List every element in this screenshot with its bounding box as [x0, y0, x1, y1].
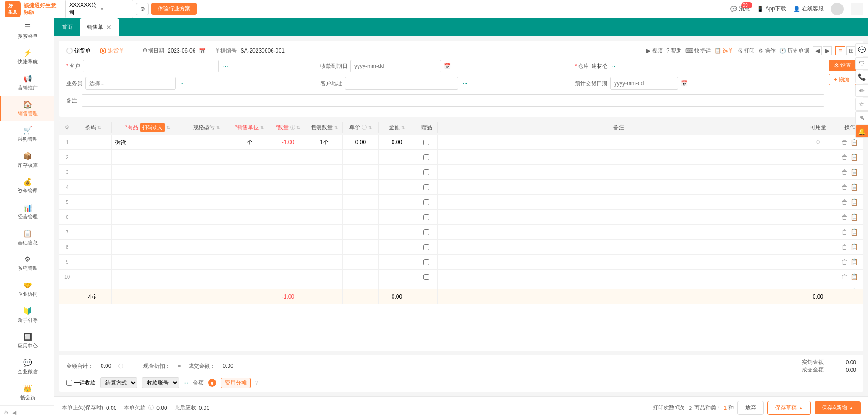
- address-input[interactable]: [345, 77, 458, 90]
- amount-input[interactable]: [381, 244, 413, 250]
- fee-info-icon[interactable]: ?: [255, 380, 258, 385]
- sidebar-item-purchase[interactable]: 🛒 采购管理: [0, 121, 54, 147]
- unit-input[interactable]: [231, 229, 268, 235]
- sidebar-item-wechat[interactable]: 💬 企业微信: [0, 354, 54, 380]
- spec-input[interactable]: [186, 244, 227, 250]
- view-grid-btn[interactable]: ⊞: [846, 46, 856, 55]
- sort-barcode-icon[interactable]: ⇅: [97, 125, 101, 130]
- barcode-input[interactable]: [77, 214, 109, 220]
- delivery-calendar-icon[interactable]: 📅: [681, 80, 688, 87]
- settings-chip[interactable]: ⚙ 设置: [829, 60, 856, 71]
- logistics-chip[interactable]: + 物流: [829, 74, 856, 85]
- gift-checkbox[interactable]: [417, 259, 436, 265]
- th-settings[interactable]: ⚙: [59, 125, 75, 130]
- price-input[interactable]: [344, 199, 377, 205]
- barcode-input[interactable]: [77, 244, 109, 250]
- barcode-input[interactable]: [77, 274, 109, 280]
- sidebar-item-system[interactable]: ⚙ 系统管理: [0, 250, 54, 276]
- gift-checkbox[interactable]: [417, 169, 436, 175]
- copy-row-btn[interactable]: 📋: [850, 288, 858, 289]
- pkgqty-input[interactable]: [308, 199, 340, 205]
- qty-input[interactable]: [272, 289, 304, 289]
- pkgqty-input[interactable]: [308, 244, 340, 250]
- amount-input[interactable]: [381, 169, 413, 175]
- delete-row-btn[interactable]: 🗑: [841, 183, 848, 191]
- pkgqty-input[interactable]: [308, 184, 340, 190]
- rf-notification-btn[interactable]: 🔔: [855, 125, 868, 138]
- gift-checkbox[interactable]: [417, 184, 436, 190]
- sidebar-item-sales[interactable]: 🏠 销售管理: [0, 96, 54, 121]
- address-dots-btn[interactable]: ···: [461, 80, 469, 87]
- barcode-input[interactable]: [77, 289, 109, 289]
- gift-checkbox[interactable]: [417, 289, 436, 289]
- spec-input[interactable]: [186, 199, 227, 205]
- salesperson-dots-btn[interactable]: ···: [179, 80, 187, 87]
- sidebar-item-collab[interactable]: 🤝 企业协同: [0, 276, 54, 302]
- copy-row-btn[interactable]: 📋: [850, 273, 858, 280]
- save-draft-button[interactable]: 保存草稿 ▲: [767, 401, 811, 415]
- qty-input[interactable]: [272, 244, 304, 250]
- sidebar-item-search[interactable]: ☰ 搜索菜单: [0, 18, 54, 44]
- copy-row-btn[interactable]: 📋: [850, 139, 858, 146]
- rf-pencil-btn[interactable]: ✎: [855, 111, 868, 124]
- delete-row-btn[interactable]: 🗑: [841, 288, 848, 289]
- gift-checkbox[interactable]: [417, 154, 436, 160]
- shortcut-btn[interactable]: ⌨ 快捷键: [685, 47, 711, 55]
- product-input[interactable]: [113, 289, 182, 289]
- account-select[interactable]: 收款账号: [142, 377, 179, 388]
- qty-input[interactable]: [272, 154, 304, 160]
- barcode-input[interactable]: [77, 259, 109, 265]
- unit-input[interactable]: [231, 274, 268, 280]
- unit-input[interactable]: [231, 169, 268, 175]
- price-info-icon[interactable]: ⓘ: [362, 124, 367, 131]
- amount-input[interactable]: [381, 259, 413, 265]
- pkgqty-input[interactable]: [308, 289, 340, 289]
- amount-input[interactable]: [381, 139, 413, 145]
- amount-input[interactable]: [381, 274, 413, 280]
- fee-split-button[interactable]: 费用分摊: [221, 378, 251, 388]
- copy-row-btn[interactable]: 📋: [850, 213, 858, 221]
- remark-input[interactable]: [440, 214, 798, 220]
- delete-row-btn[interactable]: 🗑: [841, 139, 848, 146]
- warehouse-dots-btn[interactable]: ···: [611, 63, 619, 69]
- sidebar-item-apps[interactable]: 🔲 应用中心: [0, 328, 54, 354]
- price-input[interactable]: [344, 154, 377, 160]
- sidebar-item-inventory[interactable]: 📦 库存核算: [0, 147, 54, 173]
- sidebar-item-operations[interactable]: 📊 经营管理: [0, 199, 54, 225]
- online-service-button[interactable]: 👤 在线客服: [793, 5, 824, 13]
- pkgqty-input[interactable]: [308, 169, 340, 175]
- price-input[interactable]: [344, 139, 377, 145]
- unit-input[interactable]: [231, 259, 268, 265]
- onepay-checkbox[interactable]: 一键收款: [66, 379, 96, 387]
- payment-due-input[interactable]: [350, 60, 441, 72]
- sidebar-item-quicknav[interactable]: ⚡ 快捷导航: [0, 44, 54, 70]
- chooselist-btn[interactable]: 📋 选单: [714, 47, 733, 55]
- help-btn[interactable]: ? 帮助: [666, 47, 682, 55]
- history-btn[interactable]: 🕐 历史单据: [779, 47, 809, 55]
- delivery-input[interactable]: [610, 77, 678, 90]
- delete-row-btn[interactable]: 🗑: [841, 228, 848, 236]
- amount-input[interactable]: [381, 154, 413, 160]
- remarks-input[interactable]: [82, 94, 824, 107]
- product-input[interactable]: [113, 184, 182, 190]
- copy-row-btn[interactable]: 📋: [850, 154, 858, 161]
- product-input[interactable]: [113, 139, 182, 145]
- sort-unit-icon[interactable]: ⇅: [260, 125, 264, 130]
- sidebar-item-basicinfo[interactable]: 📋 基础信息: [0, 225, 54, 250]
- amount-input[interactable]: [381, 229, 413, 235]
- unit-input[interactable]: [231, 139, 268, 145]
- rf-phone-btn[interactable]: 📞: [855, 71, 868, 83]
- unit-input[interactable]: [231, 154, 268, 160]
- sidebar-collapse-btn[interactable]: ◀: [12, 409, 16, 416]
- delete-row-btn[interactable]: 🗑: [841, 198, 848, 206]
- pkgqty-input[interactable]: [308, 154, 340, 160]
- qty-input[interactable]: [272, 169, 304, 175]
- rf-star-btn[interactable]: ☆: [855, 98, 868, 111]
- delete-row-btn[interactable]: 🗑: [841, 273, 848, 280]
- operations-btn[interactable]: ⚙ 操作: [758, 47, 776, 55]
- remark-input[interactable]: [440, 169, 798, 175]
- settings-icon[interactable]: ⚙: [136, 3, 149, 15]
- copy-row-btn[interactable]: 📋: [850, 169, 858, 176]
- qty-info-icon[interactable]: ⓘ: [290, 124, 295, 131]
- pkgqty-input[interactable]: [308, 274, 340, 280]
